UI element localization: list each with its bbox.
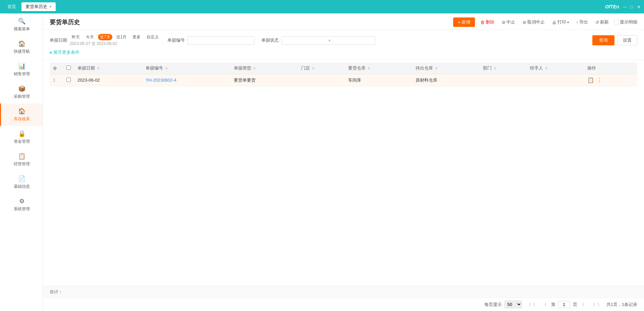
maximize-btn[interactable]: □ xyxy=(630,4,633,9)
col-pending-warehouse-label: 待出仓库 xyxy=(416,65,433,71)
date-filter-label: 单据日期 xyxy=(50,37,67,43)
row-more-icon[interactable]: ⋮ xyxy=(597,77,602,83)
col-dept: 部门 ⇅ xyxy=(480,62,527,74)
next-btn[interactable]: 〉 xyxy=(580,301,588,308)
operation-icon: 📋 xyxy=(18,152,25,160)
delete-button[interactable]: 🗑 删除 xyxy=(478,18,496,27)
doc-no-input[interactable] xyxy=(187,36,255,45)
status-select[interactable]: ▾ xyxy=(281,36,375,45)
purchase-icon: 📦 xyxy=(18,85,25,92)
sidebar-item-basic-label: 基础信息 xyxy=(14,184,30,189)
settings-button[interactable]: 设置 xyxy=(617,35,637,45)
expand-conditions-btn[interactable]: ▾ 展开更多条件 xyxy=(50,49,637,55)
sidebar-item-sales-label: 销售管理 xyxy=(14,71,30,77)
new-icon: + xyxy=(458,20,461,25)
row-dept xyxy=(480,74,527,86)
expand-label: 展开更多条件 xyxy=(53,49,79,55)
col-doc-type-sort-icon: ⇅ xyxy=(253,66,256,70)
sidebar-item-search[interactable]: 🔍 搜索菜单 xyxy=(0,13,43,36)
row-handler xyxy=(527,74,584,86)
sidebar: 🔍 搜索菜单 🏠 快捷导航 📊 销售管理 📦 采购管理 🏠 库存核算 🔒 资金管… xyxy=(0,13,43,311)
tab-close-icon[interactable]: × xyxy=(49,4,52,9)
row-req-warehouse: 车间库 xyxy=(345,74,412,86)
col-action: 操作 xyxy=(584,62,637,74)
print-button[interactable]: 🖨 打印 ▾ xyxy=(550,18,571,27)
query-label: 查询 xyxy=(599,37,608,43)
system-icon: ⚙ xyxy=(19,197,24,205)
delete-label: 删除 xyxy=(486,19,494,25)
date-btn-custom[interactable]: 自定义 xyxy=(145,34,161,40)
page-input[interactable] xyxy=(558,301,570,308)
cancel-stop-button[interactable]: ⊘ 取消中止 xyxy=(521,18,547,27)
col-req-warehouse: 要货仓库 ⇅ xyxy=(345,62,412,74)
prev-btn[interactable]: 〈 xyxy=(540,301,548,308)
per-page-label: 每页显示 xyxy=(484,302,502,308)
sidebar-item-finance[interactable]: 🔒 资金管理 xyxy=(0,126,43,148)
sidebar-item-system[interactable]: ⚙ 系统管理 xyxy=(0,193,43,216)
date-btn-today[interactable]: 今天 xyxy=(84,34,96,40)
sidebar-item-operation-label: 经营管理 xyxy=(14,161,30,167)
row-pending-warehouse: 原材料仓库 xyxy=(412,74,480,86)
col-pending-warehouse-sort-icon: ⇅ xyxy=(435,66,438,70)
export-button[interactable]: ↑ 导出 xyxy=(574,18,590,27)
tab-yaohuodan[interactable]: 要货单历史 × xyxy=(21,2,56,11)
per-page-select[interactable]: 50 10 20 100 xyxy=(504,301,522,308)
cancel-stop-icon: ⊘ xyxy=(523,20,526,25)
prev-prev-btn[interactable]: 〈〈 xyxy=(525,301,537,308)
row-num: 1 xyxy=(50,74,63,86)
top-nav-right: OfTEn ─ □ ✕ xyxy=(605,4,641,9)
doc-no-link[interactable]: YH-20230602-4 xyxy=(146,78,176,83)
print-chevron-icon: ▾ xyxy=(567,20,569,24)
display-detail-label: 显示明细 xyxy=(620,19,637,25)
data-table: ⚙ 单据日期 ⇅ 单据编号 ⇅ xyxy=(50,62,637,86)
col-req-warehouse-sort-icon: ⇅ xyxy=(368,66,370,70)
date-btn-yesterday[interactable]: 昨天 xyxy=(70,34,82,40)
col-action-label: 操作 xyxy=(587,65,596,71)
sidebar-item-inventory-label: 库存核算 xyxy=(14,116,30,122)
row-checkbox[interactable] xyxy=(66,78,71,82)
top-nav: 首页 要货单历史 × OfTEn ─ □ ✕ xyxy=(0,0,644,13)
select-all-checkbox[interactable] xyxy=(66,65,71,70)
sidebar-item-nav[interactable]: 🏠 快捷导航 xyxy=(0,36,43,58)
col-doc-type-label: 单据类型 xyxy=(234,65,251,71)
window-close-btn[interactable]: ✕ xyxy=(637,4,641,9)
date-btn-1month[interactable]: 近1月 xyxy=(114,34,129,40)
tab-home[interactable]: 首页 xyxy=(3,2,20,11)
home-icon: 🏠 xyxy=(18,40,25,47)
sidebar-item-sales[interactable]: 📊 销售管理 xyxy=(0,58,43,81)
refresh-button[interactable]: ↺ 刷新 xyxy=(593,18,611,27)
display-detail-checkbox[interactable] xyxy=(614,20,619,25)
export-icon: ↑ xyxy=(576,20,579,25)
sidebar-item-inventory[interactable]: 🏠 库存核算 xyxy=(0,103,43,126)
col-dept-label: 部门 xyxy=(483,65,492,71)
col-date-label: 单据日期 xyxy=(77,65,95,71)
sidebar-item-nav-label: 快捷导航 xyxy=(14,49,30,54)
sidebar-item-basic[interactable]: 📄 基础信息 xyxy=(0,171,43,193)
sidebar-item-operation[interactable]: 📋 经营管理 xyxy=(0,148,43,171)
table-area: ⚙ 单据日期 ⇅ 单据编号 ⇅ xyxy=(43,60,644,286)
finance-icon: 🔒 xyxy=(18,130,25,137)
main-layout: 🔍 搜索菜单 🏠 快捷导航 📊 销售管理 📦 采购管理 🏠 库存核算 🔒 资金管… xyxy=(0,13,644,311)
sidebar-item-finance-label: 资金管理 xyxy=(14,139,30,144)
doc-no-label: 单据编号 xyxy=(167,37,185,43)
sidebar-item-system-label: 系统管理 xyxy=(14,206,30,212)
query-button[interactable]: 查询 xyxy=(592,35,614,45)
col-date: 单据日期 ⇅ xyxy=(74,62,142,74)
row-edit-icon[interactable]: 📋 xyxy=(587,77,594,83)
brand-label: OfTEn xyxy=(605,4,619,9)
page-title: 要货单历史 xyxy=(50,18,453,26)
settings-gear-icon[interactable]: ⚙ xyxy=(53,66,57,71)
doc-no-filter-group: 单据编号 xyxy=(167,36,255,45)
minimize-btn[interactable]: ─ xyxy=(623,4,626,9)
filter-row: 单据日期 昨天 今天 近7天 近1月 更多 自定义 2023-05-27 至 2… xyxy=(50,34,637,47)
date-btn-more[interactable]: 更多 xyxy=(130,34,143,40)
status-label: 单据状态 xyxy=(261,37,279,43)
display-detail-toggle[interactable]: 显示明细 xyxy=(614,19,637,25)
print-label: 打印 xyxy=(557,19,566,25)
next-next-btn[interactable]: 〉〉 xyxy=(591,301,604,308)
row-store xyxy=(298,74,345,86)
new-button[interactable]: + 新增 xyxy=(453,17,475,27)
date-btn-7days[interactable]: 近7天 xyxy=(98,34,112,40)
sidebar-item-purchase[interactable]: 📦 采购管理 xyxy=(0,81,43,103)
stop-button[interactable]: ⊘ 中止 xyxy=(500,18,517,27)
